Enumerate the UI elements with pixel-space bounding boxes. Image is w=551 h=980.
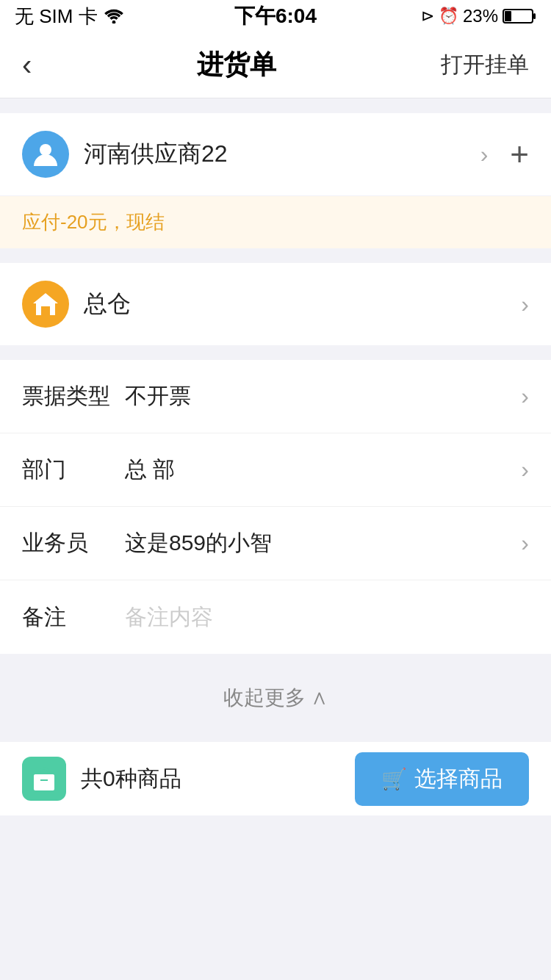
- invoice-row[interactable]: 票据类型 不开票 ›: [0, 360, 551, 433]
- svg-rect-3: [505, 11, 511, 21]
- sales-label: 业务员: [22, 528, 125, 558]
- supplier-chevron-icon: ›: [480, 141, 489, 168]
- status-indicators: ⊳ ⏰ 23%: [421, 6, 536, 26]
- select-label: 选择商品: [414, 764, 503, 794]
- location-icon: ⊳: [421, 7, 434, 26]
- nav-bar: ‹ 进货单 打开挂单: [0, 32, 551, 98]
- warehouse-chevron-icon: ›: [521, 291, 529, 318]
- remark-label: 备注: [22, 602, 125, 633]
- collapse-bar[interactable]: 收起更多 ∧: [0, 669, 551, 727]
- sales-row[interactable]: 业务员 这是859的小智 ›: [0, 507, 551, 580]
- bottom-bar: 共0种商品 🛒 选择商品: [0, 742, 551, 815]
- select-icon: 🛒: [381, 767, 407, 791]
- warehouse-row[interactable]: 总仓 ›: [0, 263, 551, 345]
- open-pending-button[interactable]: 打开挂单: [441, 50, 529, 80]
- remark-input[interactable]: 备注内容: [125, 602, 529, 633]
- carrier-text: 无 SIM 卡: [15, 4, 98, 29]
- sales-value: 这是859的小智: [125, 528, 521, 558]
- svg-rect-2: [533, 13, 536, 19]
- form-section: 票据类型 不开票 › 部门 总 部 › 业务员 这是859的小智 › 备注 备注…: [0, 360, 551, 654]
- supplier-row[interactable]: 河南供应商22 › +: [0, 113, 551, 196]
- warehouse-card: 总仓 ›: [0, 263, 551, 345]
- alarm-icon: ⏰: [439, 7, 458, 26]
- wifi-icon: [104, 9, 124, 24]
- warehouse-name: 总仓: [84, 288, 521, 320]
- invoice-value: 不开票: [125, 381, 521, 411]
- shopping-bag-icon: [31, 765, 57, 792]
- notice-text: 应付-20元，现结: [22, 211, 165, 233]
- sales-chevron-icon: ›: [521, 530, 529, 557]
- status-bar: 无 SIM 卡 下午6:04 ⊳ ⏰ 23%: [0, 0, 551, 32]
- invoice-chevron-icon: ›: [521, 383, 529, 410]
- status-time: 下午6:04: [234, 2, 317, 30]
- supplier-name: 河南供应商22: [84, 138, 480, 170]
- supplier-avatar: [22, 131, 69, 178]
- notice-bar: 应付-20元，现结: [0, 196, 551, 248]
- dept-row[interactable]: 部门 总 部 ›: [0, 433, 551, 507]
- warehouse-icon: [22, 281, 69, 328]
- svg-rect-6: [34, 774, 54, 790]
- dept-label: 部门: [22, 455, 125, 485]
- svg-point-4: [40, 144, 51, 156]
- dept-value: 总 部: [125, 455, 521, 485]
- invoice-label: 票据类型: [22, 381, 125, 411]
- back-button[interactable]: ‹: [22, 48, 32, 82]
- section-gap-1: [0, 98, 551, 113]
- collapse-label: 收起更多 ∧: [223, 684, 328, 712]
- add-supplier-button[interactable]: +: [510, 138, 529, 170]
- svg-point-0: [112, 21, 115, 24]
- remark-row[interactable]: 备注 备注内容: [0, 580, 551, 654]
- dept-chevron-icon: ›: [521, 456, 529, 483]
- person-icon: [31, 140, 60, 169]
- battery-text: 23%: [463, 6, 498, 26]
- product-icon: [22, 757, 66, 801]
- nav-title: 进货单: [197, 47, 276, 83]
- svg-rect-5: [41, 306, 50, 315]
- status-carrier: 无 SIM 卡: [15, 4, 124, 29]
- page-background: [0, 815, 551, 980]
- battery-icon: [503, 7, 536, 25]
- product-count: 共0种商品: [81, 764, 355, 794]
- select-product-button[interactable]: 🛒 选择商品: [355, 752, 529, 806]
- supplier-card: 河南供应商22 › + 应付-20元，现结: [0, 113, 551, 248]
- home-icon: [32, 290, 60, 318]
